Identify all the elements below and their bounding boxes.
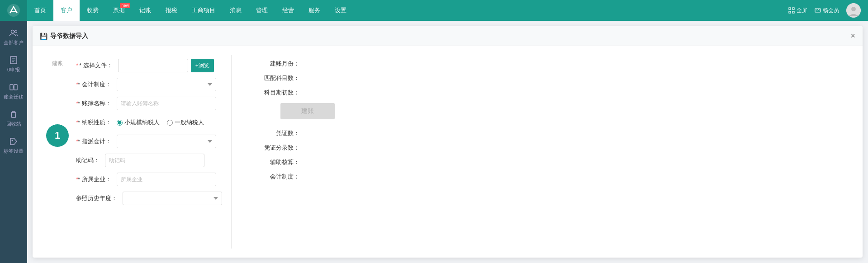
build-account-button[interactable]: 建账	[280, 103, 335, 119]
left-section: 建账 1 ** 选择文件： +浏览	[46, 55, 222, 249]
section-divider	[231, 55, 232, 249]
svg-point-13	[12, 140, 13, 141]
accountant-select[interactable]	[117, 135, 216, 148]
sidebar: 全部客户 0申报 账套迁移 回收站 标签设置	[0, 21, 27, 263]
users-icon	[9, 28, 19, 38]
sidebar-item-0report[interactable]: 0申报	[0, 52, 27, 77]
vip-btn[interactable]: 畅会员	[815, 7, 839, 14]
build-month-row: 建账月份：	[259, 60, 367, 68]
nav-item-operation[interactable]: 经营	[275, 0, 301, 21]
voucher-count-row: 凭证数：	[259, 129, 367, 137]
nav-item-ledger[interactable]: 记账	[132, 0, 158, 21]
fullscreen-btn[interactable]: 全屏	[788, 7, 807, 14]
nav-item-message[interactable]: 消息	[223, 0, 249, 21]
nav-item-settings[interactable]: 设置	[327, 0, 354, 21]
tax-small-radio[interactable]	[117, 120, 123, 126]
history-year-select[interactable]	[123, 192, 222, 205]
company-input[interactable]	[117, 173, 216, 186]
voucher-count-label: 凭证数：	[259, 129, 299, 137]
vip-label: 畅会员	[823, 7, 839, 14]
svg-point-8	[11, 30, 14, 33]
dialog: 💾 导爷数据导入 × 建账 1 ** 选择文件	[33, 26, 863, 258]
accounting-system-select[interactable]	[117, 78, 216, 91]
nav-item-manage[interactable]: 管理	[249, 0, 275, 21]
nav-badge-new: new	[120, 3, 130, 8]
memo-label: 助记码：	[76, 156, 101, 164]
tax-small-label: 小规模纳税人	[124, 118, 160, 127]
sidebar-label-trash: 回收站	[6, 121, 21, 127]
sidebar-item-trash[interactable]: 回收站	[0, 106, 27, 131]
voucher-entries-label: 凭证分录数：	[259, 144, 299, 152]
browse-button[interactable]: +浏览	[191, 59, 214, 72]
file-input[interactable]	[118, 59, 188, 72]
info-section: 建账月份： 匹配科目数： 科目期初数： 建账 凭证数：	[241, 55, 367, 249]
nav-item-business[interactable]: 工商项目	[185, 0, 223, 21]
sidebar-label-customers: 全部客户	[4, 39, 24, 46]
form-container: ** 选择文件： +浏览 ** 会计制度：	[76, 55, 222, 205]
content-area: 💾 导爷数据导入 × 建账 1 ** 选择文件	[27, 21, 868, 263]
user-avatar[interactable]	[846, 3, 861, 18]
ledger-name-input[interactable]	[117, 97, 216, 110]
build-month-label: 建账月份：	[259, 60, 299, 68]
step-indicator: 1	[46, 124, 69, 147]
aux-account-label: 辅助核算：	[259, 158, 299, 166]
nav-item-tax[interactable]: 报税	[158, 0, 185, 21]
tax-type-label: ** 纳税性质：	[76, 118, 113, 127]
match-subjects-label: 匹配科目数：	[259, 74, 299, 82]
svg-rect-12	[14, 85, 17, 90]
main-layout: 全部客户 0申报 账套迁移 回收站 标签设置	[0, 21, 868, 263]
accounting-system-row: ** 会计制度：	[76, 78, 222, 91]
svg-rect-1	[789, 8, 791, 9]
company-row: ** 所属企业：	[76, 173, 222, 186]
nav-right: 全屏 畅会员	[788, 3, 861, 18]
tax-small-option[interactable]: 小规模纳税人	[117, 118, 160, 127]
accountant-label: ** 指派会计：	[76, 137, 113, 146]
build-label-left: 建账	[52, 60, 63, 67]
nav-item-home[interactable]: 首页	[27, 0, 53, 21]
nav-item-invoices[interactable]: 票据 new	[106, 0, 132, 21]
dialog-close-btn[interactable]: ×	[850, 32, 855, 40]
info-accounting-system-row: 会计制度：	[259, 173, 367, 181]
nav-item-fees[interactable]: 收费	[80, 0, 106, 21]
svg-rect-4	[792, 11, 794, 13]
svg-rect-11	[10, 85, 13, 90]
logo[interactable]	[0, 0, 27, 21]
tax-general-radio[interactable]	[167, 120, 173, 126]
accountant-row: ** 指派会计：	[76, 135, 222, 148]
file-label: ** 选择文件：	[76, 61, 114, 70]
trash-icon	[9, 109, 19, 119]
tag-icon	[9, 136, 19, 146]
file-row: ** 选择文件： +浏览	[76, 59, 222, 72]
sidebar-item-migrate[interactable]: 账套迁移	[0, 79, 27, 104]
tax-general-label: 一般纳税人	[175, 118, 204, 127]
ledger-name-row: ** 账簿名称：	[76, 97, 222, 110]
sidebar-label-migrate: 账套迁移	[4, 94, 24, 100]
history-year-label: 参照历史年度：	[76, 194, 119, 202]
sidebar-label-tags: 标签设置	[4, 148, 24, 155]
import-icon: 💾	[40, 33, 47, 40]
memo-row: 助记码：	[76, 154, 222, 167]
fullscreen-label: 全屏	[797, 7, 807, 14]
sidebar-item-tags[interactable]: 标签设置	[0, 133, 27, 158]
top-nav: 首页 客户 收费 票据 new 记账 报税 工商项目 消息 管理 经营 服务 设…	[0, 0, 868, 21]
match-subjects-row: 匹配科目数：	[259, 74, 367, 82]
migrate-icon	[9, 82, 19, 92]
subjects-init-row: 科目期初数：	[259, 89, 367, 97]
info-accounting-system-label: 会计制度：	[259, 173, 299, 181]
memo-input[interactable]	[105, 154, 204, 167]
file-input-group: +浏览	[118, 59, 214, 72]
aux-account-row: 辅助核算：	[259, 158, 367, 166]
tax-type-radio-group: 小规模纳税人 一般纳税人	[117, 116, 204, 129]
sidebar-label-0report: 0申报	[7, 66, 20, 73]
accounting-system-label: ** 会计制度：	[76, 80, 113, 89]
svg-rect-3	[789, 11, 791, 13]
company-label: ** 所属企业：	[76, 175, 113, 183]
svg-rect-2	[792, 8, 794, 9]
tax-general-option[interactable]: 一般纳税人	[167, 118, 204, 127]
nav-items: 首页 客户 收费 票据 new 记账 报税 工商项目 消息 管理 经营 服务 设…	[27, 0, 788, 21]
nav-item-customers[interactable]: 客户	[53, 0, 80, 21]
nav-item-service[interactable]: 服务	[301, 0, 327, 21]
sidebar-item-all-customers[interactable]: 全部客户	[0, 24, 27, 50]
svg-point-9	[15, 31, 17, 33]
svg-point-7	[851, 7, 856, 11]
